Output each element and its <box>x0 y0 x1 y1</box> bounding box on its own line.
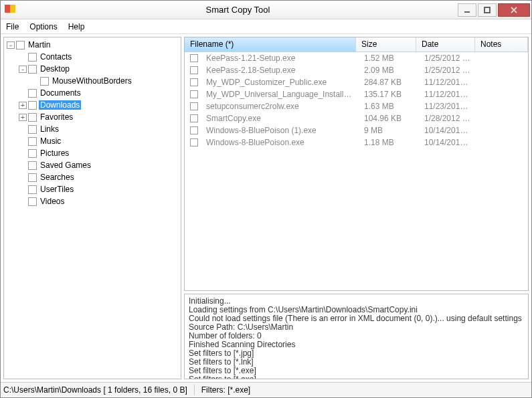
tree-item-label: Contacts <box>39 52 73 62</box>
file-checkbox[interactable] <box>190 54 198 62</box>
folder-checkbox[interactable] <box>28 197 37 206</box>
log-panel[interactable]: Initialising...Loading settings from C:\… <box>184 294 529 379</box>
expand-icon[interactable]: + <box>19 114 27 121</box>
expand-placeholder <box>19 54 27 61</box>
tree-item[interactable]: Documents <box>4 87 181 99</box>
tree-item[interactable]: Saved Games <box>4 159 181 171</box>
header-size[interactable]: Size <box>356 37 416 52</box>
file-row[interactable]: Windows-8-BluePoison.exe1.18 MB10/14/201… <box>185 136 528 148</box>
file-rows[interactable]: KeePass-1.21-Setup.exe1.52 MB1/25/2012 9… <box>185 52 528 290</box>
file-date: 1/25/2012 1... <box>419 66 478 75</box>
status-separator <box>194 385 195 395</box>
expand-placeholder <box>31 78 39 85</box>
file-checkbox[interactable] <box>190 78 198 86</box>
folder-checkbox[interactable] <box>28 53 37 62</box>
file-date: 11/12/2011 ... <box>419 90 478 99</box>
tree-item[interactable]: Music <box>4 135 181 147</box>
menu-help[interactable]: Help <box>68 22 85 31</box>
close-button[interactable] <box>498 3 530 17</box>
tree-item[interactable]: Contacts <box>4 51 181 63</box>
file-row[interactable]: setupconsumerc2rolw.exe1.63 MB11/23/2011… <box>185 100 528 112</box>
tree-item[interactable]: -Desktop <box>4 63 181 75</box>
folder-tree[interactable]: -MartinContacts-DesktopMouseWithoutBorde… <box>3 37 181 379</box>
tree-item-label: Saved Games <box>39 161 92 170</box>
file-date: 1/28/2012 1... <box>419 114 478 123</box>
folder-checkbox[interactable] <box>28 89 37 98</box>
tree-item[interactable]: MouseWithoutBorders <box>4 75 181 87</box>
folder-checkbox[interactable] <box>28 101 37 110</box>
folder-checkbox[interactable] <box>16 41 25 49</box>
file-row[interactable]: KeePass-2.18-Setup.exe2.09 MB1/25/2012 1… <box>185 64 528 76</box>
file-date: 11/12/2011 ... <box>419 78 478 87</box>
folder-checkbox[interactable] <box>28 149 37 158</box>
tree-item[interactable]: Videos <box>4 195 181 207</box>
expand-placeholder <box>19 90 27 97</box>
file-date: 10/14/2011 ... <box>419 138 478 147</box>
folder-checkbox[interactable] <box>28 137 37 146</box>
expand-placeholder <box>19 138 27 145</box>
tree-item-label: Videos <box>39 197 66 206</box>
status-filters-value: [*.exe] <box>228 385 250 395</box>
file-checkbox[interactable] <box>190 90 198 98</box>
folder-checkbox[interactable] <box>40 77 49 86</box>
tree-item-label: Downloads <box>39 100 81 110</box>
column-headers: Filename (*) Size Date Notes <box>185 37 528 52</box>
file-row[interactable]: My_WDP_Customizer_Public.exe284.87 KB11/… <box>185 76 528 88</box>
collapse-icon[interactable]: - <box>7 41 15 49</box>
file-row[interactable]: KeePass-1.21-Setup.exe1.52 MB1/25/2012 9… <box>185 52 528 64</box>
tree-item-label: UserTiles <box>39 185 75 194</box>
tree-item-label: Pictures <box>39 148 70 158</box>
statusbar: C:\Users\Martin\Downloads [ 1 folders, 1… <box>1 382 531 397</box>
tree-item[interactable]: UserTiles <box>4 183 181 195</box>
file-size: 1.18 MB <box>359 138 419 147</box>
menu-options[interactable]: Options <box>29 22 57 31</box>
tree-item-label: Desktop <box>39 64 71 74</box>
titlebar: Smart Copy Tool <box>1 1 531 19</box>
folder-checkbox[interactable] <box>28 125 37 134</box>
file-name: setupconsumerc2rolw.exe <box>201 102 359 111</box>
file-row[interactable]: SmartCopy.exe104.96 KB1/28/2012 1... <box>185 112 528 124</box>
status-path: C:\Users\Martin\Downloads [ 1 folders, 1… <box>3 385 187 395</box>
file-checkbox[interactable] <box>190 126 198 134</box>
tree-item[interactable]: +Favorites <box>4 111 181 123</box>
maximize-button[interactable] <box>478 3 497 17</box>
file-name: My_WDP_Customizer_Public.exe <box>201 78 359 87</box>
folder-checkbox[interactable] <box>28 185 37 194</box>
tree-item[interactable]: Pictures <box>4 147 181 159</box>
header-filename[interactable]: Filename (*) <box>185 37 356 52</box>
file-checkbox[interactable] <box>190 138 198 146</box>
file-row[interactable]: My_WDP_Universal_Language_Installer_Publ… <box>185 88 528 100</box>
file-size: 9 MB <box>359 126 419 135</box>
tree-item[interactable]: +Downloads <box>4 99 181 111</box>
status-filters-label: Filters: <box>201 385 226 395</box>
menu-file[interactable]: File <box>6 22 19 31</box>
file-date: 11/23/2011 ... <box>419 102 478 111</box>
tree-item[interactable]: -Martin <box>4 39 181 51</box>
folder-checkbox[interactable] <box>28 173 37 182</box>
log-line: Set filters to [*.exe] <box>189 375 524 379</box>
file-checkbox[interactable] <box>190 114 198 122</box>
app-icon <box>5 5 18 15</box>
file-row[interactable]: Windows-8-BluePoison (1).exe9 MB10/14/20… <box>185 124 528 136</box>
minimize-button[interactable] <box>458 3 476 17</box>
folder-checkbox[interactable] <box>28 113 37 122</box>
tree-item[interactable]: Links <box>4 123 181 135</box>
expand-icon[interactable]: + <box>19 102 27 109</box>
tree-item-label: Music <box>39 136 62 146</box>
file-checkbox[interactable] <box>190 102 198 110</box>
header-notes[interactable]: Notes <box>475 37 528 52</box>
folder-checkbox[interactable] <box>28 161 37 170</box>
tree-item-label: Favorites <box>39 112 74 122</box>
tree-item-label: Searches <box>39 173 76 182</box>
file-size: 284.87 KB <box>359 78 419 87</box>
folder-checkbox[interactable] <box>28 65 37 74</box>
file-list: Filename (*) Size Date Notes KeePass-1.2… <box>184 37 529 291</box>
file-name: Windows-8-BluePoison.exe <box>201 138 359 147</box>
tree-item-label: Martin <box>27 40 52 49</box>
file-name: My_WDP_Universal_Language_Installer_Publ… <box>201 90 359 99</box>
collapse-icon[interactable]: - <box>19 66 27 73</box>
file-checkbox[interactable] <box>190 66 198 74</box>
tree-item[interactable]: Searches <box>4 171 181 183</box>
header-date[interactable]: Date <box>416 37 475 52</box>
expand-placeholder <box>19 126 27 133</box>
